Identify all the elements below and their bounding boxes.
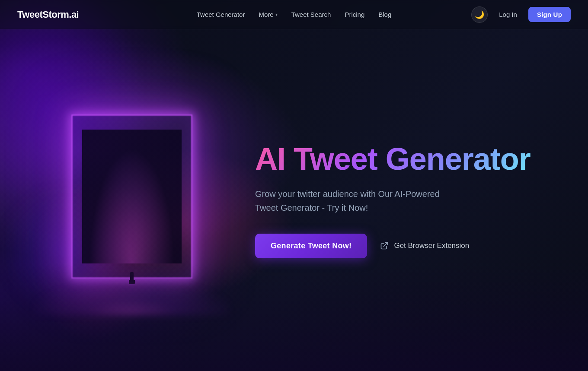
- nav-more[interactable]: More ▾: [252, 7, 283, 22]
- nav-tweet-generator[interactable]: Tweet Generator: [191, 7, 251, 22]
- hero-subtitle-line2: Tweet Generator - Try it Now!: [255, 203, 368, 212]
- hero-subtitle-line1: Grow your twitter audience with Our AI-P…: [255, 189, 440, 199]
- generate-tweet-button[interactable]: Generate Tweet Now!: [255, 234, 367, 258]
- svg-line-0: [384, 243, 388, 247]
- signup-button[interactable]: Sign Up: [528, 7, 571, 22]
- hero-subtitle: Grow your twitter audience with Our AI-P…: [255, 187, 440, 215]
- nav-right: 🌙 Log In Sign Up: [471, 6, 571, 23]
- moon-icon: 🌙: [475, 10, 484, 19]
- navbar: TweetStorm.ai Tweet Generator More ▾ Twe…: [0, 0, 588, 29]
- nav-left: TweetStorm.ai: [17, 9, 79, 20]
- chevron-down-icon: ▾: [275, 12, 278, 17]
- browser-extension-label: Get Browser Extension: [394, 241, 469, 250]
- nav-center: Tweet Generator More ▾ Tweet Search Pric…: [191, 7, 398, 22]
- nav-more-label: More: [259, 11, 273, 18]
- nav-tweet-search-label: Tweet Search: [291, 11, 331, 18]
- theme-toggle-button[interactable]: 🌙: [471, 6, 488, 23]
- browser-extension-button[interactable]: Get Browser Extension: [379, 241, 469, 251]
- nav-tweet-search[interactable]: Tweet Search: [285, 7, 337, 22]
- hero-title: AI Tweet Generator: [255, 142, 530, 176]
- login-button[interactable]: Log In: [493, 7, 523, 22]
- nav-pricing[interactable]: Pricing: [339, 7, 371, 22]
- nav-blog[interactable]: Blog: [372, 7, 397, 22]
- nav-pricing-label: Pricing: [345, 11, 364, 18]
- hero-section: AI Tweet Generator Grow your twitter aud…: [0, 29, 588, 371]
- hero-actions: Generate Tweet Now! Get Browser Extensio…: [255, 234, 469, 258]
- nav-blog-label: Blog: [378, 11, 391, 18]
- external-link-icon: [379, 241, 390, 251]
- nav-tweet-generator-label: Tweet Generator: [197, 11, 245, 18]
- brand-logo[interactable]: TweetStorm.ai: [17, 9, 79, 20]
